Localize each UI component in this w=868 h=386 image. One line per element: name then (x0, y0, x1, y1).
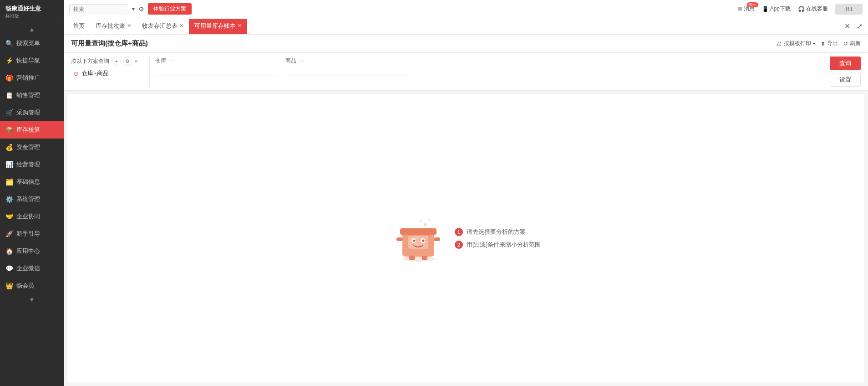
content-area: 可用量查询(按仓库+商品) 🖨 按模板打印 ▾ ⬆ 导出 ↺ 刷新 (64, 35, 868, 386)
sidebar-label-operation: 经营管理 (16, 160, 40, 169)
warehouse-input[interactable] (155, 66, 278, 76)
sidebar-icon-operation: 📊 (5, 161, 13, 168)
sidebar-item-inventory[interactable]: 📦库存核算 (0, 121, 64, 139)
app-download-btn[interactable]: 📱 App下载 (762, 5, 791, 13)
sidebar-item-enterprise[interactable]: 🤝企业协同 (0, 208, 64, 225)
query-button[interactable]: 查询 (830, 57, 861, 70)
hint-1-num: 1 (455, 228, 463, 236)
sidebar-item-marketing[interactable]: 🎁营销推广 (0, 69, 64, 87)
sidebar-item-finance[interactable]: 💰资金管理 (0, 139, 64, 156)
scheme-item-label: 仓库+商品 (81, 69, 109, 77)
scheme-add-btn[interactable]: + (112, 57, 121, 66)
goods-input[interactable] (285, 66, 408, 76)
topbar-right: ✉ 消息 99+ 📱 App下载 🎧 在线客服 Rit (738, 4, 863, 15)
sidebar: 畅康通好生意 标准版 ▲ 🔍搜索菜单⚡快捷导航🎁营销推广📋销售管理🛒采购管理📦库… (0, 0, 64, 386)
sidebar-icon-sales: 📋 (5, 92, 13, 99)
topbar-dropdown[interactable]: ▾ (132, 6, 135, 12)
sidebar-item-search[interactable]: 🔍搜索菜单 (0, 35, 64, 52)
user-avatar[interactable]: Rit (835, 4, 863, 15)
sidebar-item-operation[interactable]: 📊经营管理 (0, 156, 64, 173)
sidebar-logo: 畅康通好生意 标准版 (0, 0, 64, 24)
page-header: 可用量查询(按仓库+商品) 🖨 按模板打印 ▾ ⬆ 导出 ↺ 刷新 (64, 35, 868, 53)
sidebar-label-finance: 资金管理 (16, 143, 40, 151)
filter-actions-right: 查询 设置 (830, 57, 861, 87)
sidebar-item-purchase[interactable]: 🛒采购管理 (0, 104, 64, 121)
scheme-item-icon: ⊙ (74, 70, 79, 77)
sidebar-label-wechat: 企业微信 (16, 264, 40, 273)
filter-schemes: 按以下方案查询 + ⚙ « ⊙ 仓库+商品 (71, 57, 144, 79)
warehouse-field: 仓库 ··· (155, 57, 278, 76)
sidebar-item-shortcut[interactable]: ⚡快捷导航 (0, 52, 64, 69)
warehouse-more-btn[interactable]: ··· (168, 57, 174, 65)
sidebar-icon-search: 🔍 (5, 40, 13, 47)
tab-close-available-ledger[interactable]: ✕ (238, 23, 242, 29)
sidebar-label-newbie: 新手引导 (16, 230, 40, 238)
filter-fields: 仓库 ··· 商品 ··· (155, 57, 826, 76)
tab-close-collection-summary[interactable]: ✕ (179, 23, 183, 29)
sidebar-label-purchase: 采购管理 (16, 108, 40, 117)
page-title: 可用量查询(按仓库+商品) (71, 39, 148, 48)
tab-batch-ledger[interactable]: 库存批次账✕ (90, 19, 137, 34)
goods-label: 商品 ··· (285, 57, 408, 65)
tab-home[interactable]: 首页 (67, 19, 90, 34)
tab-maximize-btn[interactable]: ⤢ (855, 21, 864, 31)
tabs-actions: ✕ ⤢ (843, 21, 864, 31)
sidebar-scroll-up[interactable]: ▲ (0, 24, 64, 35)
sidebar-label-system: 系统管理 (16, 195, 40, 203)
sidebar-label-inventory: 库存核算 (16, 126, 40, 134)
sidebar-label-member: 畅会员 (16, 282, 34, 290)
hint-1-text: 请先选择要分析的方案 (467, 228, 526, 236)
empty-hint-2: 2 用[过滤]条件来缩小分析范围 (455, 241, 541, 249)
sidebar-item-sales[interactable]: 📋销售管理 (0, 87, 64, 104)
settings-button[interactable]: 设置 (830, 73, 861, 87)
sidebar-item-system[interactable]: ⚙️系统管理 (0, 190, 64, 208)
online-service-btn[interactable]: 🎧 在线客服 (798, 5, 828, 13)
svg-rect-2 (400, 228, 437, 235)
sidebar-label-enterprise: 企业协同 (16, 212, 40, 221)
sidebar-item-apps[interactable]: 🏠应用中心 (0, 242, 64, 260)
message-btn[interactable]: ✉ 消息 99+ (738, 5, 755, 13)
topbar: ▾ ⚙ 体验行业方案 ✉ 消息 99+ 📱 App下载 🎧 在线客服 Rit (64, 0, 868, 18)
service-icon: 🎧 (798, 6, 805, 12)
tabs-bar: 首页库存批次账✕收发存汇总表✕可用量库存账本✕ ✕ ⤢ (64, 18, 868, 35)
sidebar-label-sales: 销售管理 (16, 91, 40, 99)
message-icon: ✉ (738, 6, 742, 12)
topbar-gear-icon[interactable]: ⚙ (138, 5, 144, 13)
filter-scheme-header: 按以下方案查询 + ⚙ « (71, 57, 144, 66)
sidebar-scroll-down[interactable]: ▼ (0, 294, 64, 305)
tab-label-collection-summary: 收发存汇总表 (142, 22, 178, 30)
tab-close-batch-ledger[interactable]: ✕ (127, 23, 131, 29)
svg-point-14 (420, 220, 421, 222)
empty-state: 1 请先选择要分析的方案 2 用[过滤]条件来缩小分析范围 (67, 94, 864, 382)
goods-field: 商品 ··· (285, 57, 408, 76)
sidebar-icon-enterprise: 🤝 (5, 213, 13, 220)
svg-rect-11 (422, 256, 427, 260)
app-icon: 📱 (762, 6, 769, 12)
sidebar-icon-wechat: 💬 (5, 265, 13, 272)
sidebar-icon-basic: 🗂️ (5, 178, 13, 185)
sidebar-icon-purchase: 🛒 (5, 109, 13, 116)
sidebar-item-basic[interactable]: 🗂️基础信息 (0, 173, 64, 190)
scheme-collapse-btn[interactable]: « (135, 58, 138, 64)
tab-label-available-ledger: 可用量库存账本 (194, 22, 236, 30)
sidebar-item-newbie[interactable]: 🚀新手引导 (0, 225, 64, 242)
sidebar-icon-member: 👑 (5, 282, 13, 289)
tab-collection-summary[interactable]: 收发存汇总表✕ (137, 19, 189, 34)
sidebar-item-member[interactable]: 👑畅会员 (0, 277, 64, 294)
sidebar-item-wechat[interactable]: 💬企业微信 (0, 260, 64, 277)
scheme-settings-btn[interactable]: ⚙ (123, 57, 132, 66)
print-action[interactable]: 🖨 按模板打印 ▾ (777, 40, 815, 47)
tab-available-ledger[interactable]: 可用量库存账本✕ (189, 19, 247, 34)
export-action[interactable]: ⬆ 导出 (821, 40, 838, 47)
empty-hint-1: 1 请先选择要分析的方案 (455, 228, 541, 236)
sidebar-label-shortcut: 快捷导航 (16, 57, 40, 65)
goods-more-btn[interactable]: ··· (298, 57, 304, 65)
search-input[interactable] (69, 4, 128, 14)
scheme-item-warehouse-goods[interactable]: ⊙ 仓库+商品 (71, 67, 144, 79)
industry-btn[interactable]: 体验行业方案 (148, 3, 192, 15)
tab-close-btn[interactable]: ✕ (843, 21, 852, 31)
sidebar-label-basic: 基础信息 (16, 178, 40, 186)
sidebar-icon-system: ⚙️ (5, 196, 13, 203)
refresh-action[interactable]: ↺ 刷新 (843, 40, 861, 47)
scheme-actions: + ⚙ (112, 57, 132, 66)
